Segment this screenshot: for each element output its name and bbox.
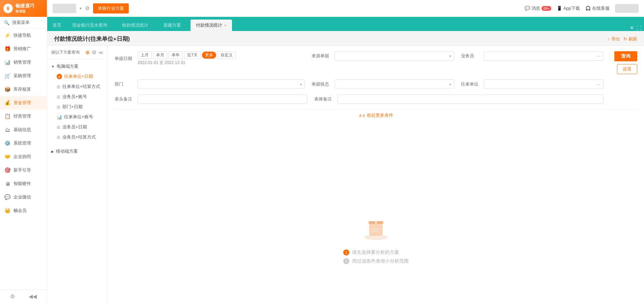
collapse-bar[interactable]: ∧∧ 收起更多条件 <box>115 109 637 121</box>
scheme-item-dept-date[interactable]: ⊞ 部门+日期 <box>47 102 108 112</box>
header-remark-input[interactable] <box>138 94 308 104</box>
scheme-item-partner-account[interactable]: 📊 往来单位+账号 <box>47 112 108 122</box>
scheme-panel: 按以下方案查询 ⊕ ⚙ ≪ ▼ 电脑端方案 ● 往来单位+日期 <box>47 46 108 303</box>
settings-footer-icon[interactable]: ⚙ <box>10 293 15 300</box>
app-icon: 📱 <box>557 6 562 11</box>
settings-btn[interactable]: 设置 <box>617 64 637 74</box>
content-header: 付款情况统计(往来单位+日期) ↑ 导出 ↻ 刷新 <box>47 31 644 46</box>
grid-icon-3: ⊞ <box>57 104 60 110</box>
trial-btn[interactable]: 体验行业方案 <box>93 3 129 13</box>
dept-label: 部门 <box>115 81 135 87</box>
topbar-gear-icon[interactable]: ⚙ <box>85 5 90 11</box>
sidebar-footer: ⚙ ◀◀ <box>0 290 47 303</box>
staff-select[interactable]: ··· <box>484 51 604 61</box>
sidebar-item-quick-nav[interactable]: ⚡ 快捷导航 <box>0 29 47 42</box>
tab-cash-flow[interactable]: 现金银行流水查询 × <box>67 20 117 31</box>
export-btn[interactable]: ↑ 导出 <box>608 36 620 42</box>
tab-receipt-close[interactable]: × <box>150 23 152 27</box>
logo-icon: 6 <box>3 4 13 13</box>
sidebar-item-enterprise[interactable]: 🤝 企业协同 <box>0 150 47 163</box>
partner-label: 往来单位 <box>461 81 481 87</box>
source-bill-select[interactable]: ▾ <box>334 51 454 61</box>
tab-home-label: 首页 <box>53 22 61 28</box>
filter-bill-date: 单据日期 上月 本月 本年 近7天 更多 自定义 <box>115 51 305 66</box>
filter-partner: 往来单位 ··· <box>461 80 604 89</box>
main-area: ▾ ⚙ 体验行业方案 💬 消息 99+ 📱 App下载 🎧 在线客服 首页 <box>47 0 644 303</box>
staff-label: 业务员 <box>461 53 481 59</box>
user-avatar[interactable] <box>615 4 639 13</box>
sidebar-item-basic-info[interactable]: 🗂 基础信息 <box>0 123 47 137</box>
scheme-item-partner-date[interactable]: ● 往来单位+日期 <box>47 71 108 82</box>
tab-maximize-icon[interactable]: ⛶ <box>637 25 641 31</box>
guide-label: 新手引导 <box>13 167 31 173</box>
online-service-btn[interactable]: 🎧 在线客服 <box>585 5 610 11</box>
operations-icon: 📋 <box>4 113 11 120</box>
partner-select[interactable]: ··· <box>484 80 604 89</box>
sidebar-item-hardware[interactable]: 🖥 智能硬件 <box>0 177 47 190</box>
grid-icon-4: ⊞ <box>57 125 60 130</box>
tab-cash-flow-close[interactable]: × <box>109 23 111 27</box>
scheme-item-partner-settlement[interactable]: ⊞ 往来单位+结算方式 <box>47 82 108 92</box>
date-custom[interactable]: 自定义 <box>217 51 236 59</box>
sidebar-item-inventory[interactable]: 📦 库存核算 <box>0 83 47 96</box>
tab-receipt-stats[interactable]: 收款情况统计 × <box>117 20 158 31</box>
scheme-item-staff-account[interactable]: ⊞ 业务员+账号 <box>47 92 108 102</box>
scheme-section-mobile-header[interactable]: ▶ 移动端方案 <box>47 146 108 156</box>
tab-new-scheme-label: 新建方案 <box>164 22 181 28</box>
sidebar-item-marketing[interactable]: 🎁 营销推广 <box>0 42 47 56</box>
bill-status-select[interactable]: ▾ <box>334 80 454 89</box>
staff-settlement-label: 业务员+结算方式 <box>62 134 96 140</box>
add-scheme-icon[interactable]: ⊕ <box>85 49 90 56</box>
partner-dotdot[interactable]: ··· <box>596 82 601 87</box>
scheme-item-staff-settlement[interactable]: ⊞ 业务员+结算方式 <box>47 132 108 142</box>
tab-new-scheme[interactable]: 新建方案 × <box>158 20 191 31</box>
sidebar-item-sales[interactable]: 📊 销售管理 <box>0 56 47 69</box>
sidebar-item-purchase[interactable]: 🛒 采购管理 <box>0 69 47 83</box>
refresh-btn[interactable]: ↻ 刷新 <box>623 36 637 42</box>
date-this-year[interactable]: 本年 <box>169 51 183 59</box>
enterprise-label: 企业协同 <box>13 154 31 160</box>
scheme-panel-actions: ⊕ ⚙ ≪ <box>85 49 104 56</box>
date-7days[interactable]: 近7天 <box>184 51 201 59</box>
partner-settlement-label: 往来单位+结算方式 <box>62 84 100 90</box>
topbar-dropdown-arrow[interactable]: ▾ <box>80 6 82 11</box>
staff-dotdot[interactable]: ··· <box>596 53 601 59</box>
empty-tips: 1 请先选择要分析的方案 2 用过滤条件来缩小分析范围 <box>343 249 409 267</box>
tab-close-all-icon[interactable]: ✕ <box>630 25 634 31</box>
scheme-section-mobile: ▶ 移动端方案 <box>47 144 108 158</box>
sidebar-item-member[interactable]: 👑 畅会员 <box>0 204 47 217</box>
messages-btn[interactable]: 💬 消息 99+ <box>525 5 551 11</box>
grid-icon-2: ⊞ <box>57 94 60 99</box>
filter-area: 单据日期 上月 本月 本年 近7天 更多 自定义 <box>108 46 644 175</box>
query-btn[interactable]: 查询 <box>614 51 637 61</box>
app-download-btn[interactable]: 📱 App下载 <box>557 5 580 11</box>
tab-new-scheme-close[interactable]: × <box>183 23 185 27</box>
grid-icon-1: ⊞ <box>57 84 60 89</box>
sidebar-item-system[interactable]: ⚙️ 系统管理 <box>0 137 47 150</box>
bill-date-label: 单据日期 <box>115 56 135 62</box>
date-more[interactable]: 更多 <box>202 52 216 59</box>
date-last-month[interactable]: 上月 <box>138 51 152 59</box>
sidebar-item-capital[interactable]: 💰 资金管理 <box>0 96 47 110</box>
tip-item-1: 1 请先选择要分析的方案 <box>343 249 409 255</box>
scheme-section-desktop-header[interactable]: ▼ 电脑端方案 <box>47 61 108 71</box>
body-remark-input[interactable] <box>337 94 604 104</box>
badge-count: 99+ <box>541 6 551 11</box>
sidebar-search[interactable]: 🔍 搜索菜单 <box>0 17 47 29</box>
tab-home[interactable]: 首页 <box>47 20 67 31</box>
manage-scheme-icon[interactable]: ⚙ <box>92 49 96 56</box>
collapse-panel-icon[interactable]: ≪ <box>98 50 104 55</box>
date-this-month[interactable]: 本月 <box>153 51 167 59</box>
tab-payment-stats[interactable]: 付款情况统计 × <box>191 20 232 31</box>
scheme-item-staff-date[interactable]: ⊞ 业务员+日期 <box>47 122 108 132</box>
filter-dept: 部门 ▾ <box>115 80 305 89</box>
tip-text-2: 用过滤条件来缩小分析范围 <box>352 258 409 264</box>
tab-payment-close[interactable]: × <box>224 23 226 27</box>
staff-date-label: 业务员+日期 <box>62 124 87 130</box>
inventory-icon: 📦 <box>4 86 11 93</box>
collapse-sidebar-icon[interactable]: ◀◀ <box>29 293 37 300</box>
dept-select[interactable]: ▾ <box>138 80 305 89</box>
sidebar-item-wechat[interactable]: 💬 企业微信 <box>0 190 47 204</box>
sidebar-item-operations[interactable]: 📋 经营管理 <box>0 110 47 123</box>
sidebar-item-guide[interactable]: 🎯 新手引导 <box>0 163 47 177</box>
